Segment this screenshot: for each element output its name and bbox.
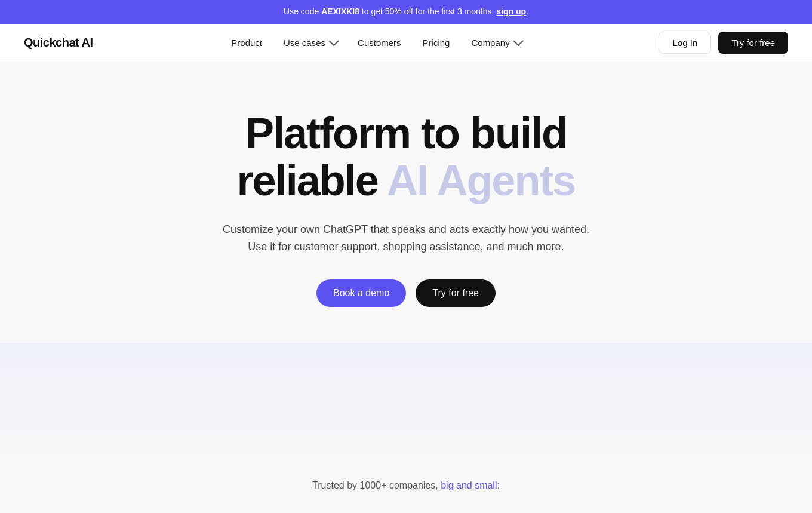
trusted-section: Trusted by 1000+ companies, big and smal…: [0, 462, 812, 503]
banner-period: .: [526, 7, 528, 16]
banner-signup-link[interactable]: sign up: [496, 7, 526, 16]
use-cases-chevron-icon: [329, 36, 339, 46]
nav-links: Product Use cases Customers Pricing Comp…: [223, 33, 528, 53]
banner-suffix: to get 50% off for the first 3 months:: [359, 7, 496, 16]
login-button[interactable]: Log In: [659, 32, 711, 54]
nav-logo[interactable]: Quickchat AI: [24, 36, 93, 50]
nav-item-product[interactable]: Product: [223, 33, 270, 53]
trusted-prefix: Trusted by 1000+ companies,: [312, 480, 438, 490]
nav-item-pricing[interactable]: Pricing: [414, 33, 459, 53]
hero-title-highlight: AI Agents: [387, 156, 575, 204]
hero-title-line2-prefix: reliable: [237, 156, 387, 204]
dashboard-preview: [0, 343, 812, 462]
nav-item-customers[interactable]: Customers: [349, 33, 410, 53]
trusted-link[interactable]: big and small:: [441, 480, 500, 490]
banner-prefix: Use code: [284, 7, 321, 16]
try-free-nav-button[interactable]: Try for free: [718, 32, 788, 54]
hero-title-line1: Platform to build: [245, 109, 567, 157]
nav-actions: Log In Try for free: [659, 32, 788, 54]
nav-item-company[interactable]: Company: [463, 33, 528, 53]
company-chevron-icon: [513, 36, 523, 46]
announcement-banner: Use code AEXIXKI8 to get 50% off for the…: [0, 0, 812, 24]
navbar: Quickchat AI Product Use cases Customers…: [0, 24, 812, 62]
hero-section: Platform to build reliable AI Agents Cus…: [0, 62, 812, 343]
book-demo-button[interactable]: Book a demo: [316, 279, 406, 307]
hero-title: Platform to build reliable AI Agents: [237, 110, 576, 204]
hero-subtitle: Customize your own ChatGPT that speaks a…: [221, 221, 591, 256]
hero-buttons: Book a demo Try for free: [316, 279, 496, 307]
trusted-text: Trusted by 1000+ companies, big and smal…: [24, 480, 788, 491]
banner-promo-code: AEXIXKI8: [321, 7, 359, 16]
try-free-hero-button[interactable]: Try for free: [416, 279, 496, 307]
nav-item-use-cases[interactable]: Use cases: [275, 33, 345, 53]
